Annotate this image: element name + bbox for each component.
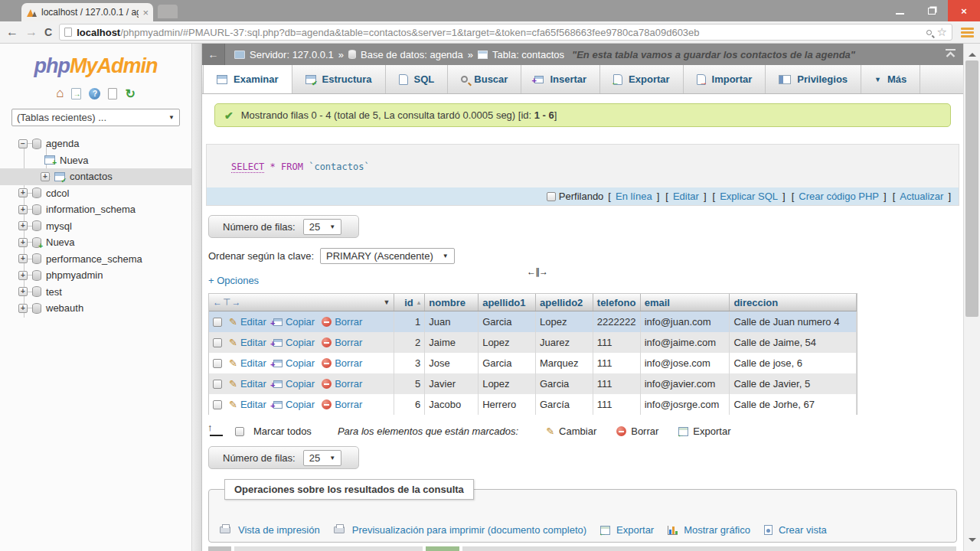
bookmark-star-icon[interactable]: ☆ xyxy=(937,25,947,39)
refresh-icon[interactable]: ↻ xyxy=(125,88,135,99)
maximize-button[interactable] xyxy=(916,0,948,21)
expand-icon[interactable]: + xyxy=(18,205,28,214)
tab-privilegios[interactable]: Privilegios xyxy=(766,65,861,93)
panel-resizer[interactable] xyxy=(191,44,202,551)
sql-keyword[interactable]: SELECT xyxy=(231,161,264,173)
create-php-code-link[interactable]: Crear código PHP xyxy=(799,191,879,202)
expand-icon[interactable]: + xyxy=(41,172,50,181)
breadcrumb-server[interactable]: Servidor: 127.0.0.1 xyxy=(250,49,334,60)
tree-item-mysql[interactable]: + mysql xyxy=(0,218,191,235)
tree-item-new-database[interactable]: + Nueva xyxy=(0,234,191,251)
vertical-scrollbar[interactable] xyxy=(963,44,980,551)
sort-key-select[interactable]: PRIMARY (Ascendente)▼ xyxy=(320,248,455,264)
num-rows-select[interactable]: 25▼ xyxy=(303,450,341,466)
docs-icon[interactable] xyxy=(108,88,117,99)
export-link[interactable]: Exportar xyxy=(616,524,654,536)
breadcrumb-database[interactable]: Base de datos: agenda xyxy=(361,49,463,60)
options-toggle-link[interactable]: + Opciones xyxy=(208,275,259,286)
tree-item-contactos[interactable]: + contactos xyxy=(0,168,191,185)
edit-link[interactable]: ✎Editar xyxy=(229,399,266,410)
tree-item-performance-schema[interactable]: + performance_schema xyxy=(0,251,191,268)
logout-icon[interactable] xyxy=(71,88,81,99)
tab-exportar[interactable]: ← Exportar xyxy=(600,65,683,93)
reload-button[interactable]: C xyxy=(44,26,52,38)
edit-link[interactable]: ✎Editar xyxy=(229,357,266,369)
edit-link[interactable]: ✎Editar xyxy=(229,316,266,328)
tab-sql[interactable]: SQL xyxy=(386,65,449,93)
edit-link[interactable]: ✎Editar xyxy=(229,378,266,390)
scroll-down-icon[interactable] xyxy=(969,538,976,546)
home-icon[interactable]: ⌂ xyxy=(56,87,64,99)
check-all-checkbox[interactable] xyxy=(235,427,244,436)
delete-button[interactable]: Borrar xyxy=(616,425,658,437)
explain-sql-link[interactable]: Explicar SQL xyxy=(720,191,778,202)
expand-icon[interactable]: + xyxy=(18,254,28,263)
options-dropdown-icon[interactable]: ▼ xyxy=(383,298,390,306)
left-arrow-icon[interactable]: ← xyxy=(213,297,222,308)
column-header-id[interactable]: id▴ xyxy=(394,294,425,311)
phpmyadmin-logo[interactable]: phpMyAdmin xyxy=(0,44,191,78)
tree-item-test[interactable]: + test xyxy=(0,284,191,301)
display-chart-link[interactable]: Mostrar gráfico xyxy=(684,524,750,536)
new-tab-button[interactable] xyxy=(158,5,178,18)
print-view-link[interactable]: Vista de impresión xyxy=(238,524,320,536)
edit-link[interactable]: Editar xyxy=(673,191,699,202)
copy-link[interactable]: Copiar xyxy=(273,357,315,369)
tree-item-new-table[interactable]: Nueva xyxy=(0,152,191,169)
row-checkbox[interactable] xyxy=(213,380,222,389)
collapse-panel-icon[interactable] xyxy=(944,48,957,60)
inline-edit-link[interactable]: En línea xyxy=(616,191,652,202)
expand-icon[interactable]: + xyxy=(18,271,28,280)
row-checkbox[interactable] xyxy=(213,400,222,409)
column-header-apellido2[interactable]: apellido2 xyxy=(536,294,593,311)
delete-link[interactable]: Borrar xyxy=(322,378,362,390)
tab-insertar[interactable]: Insertar xyxy=(521,65,600,93)
zoom-icon[interactable] xyxy=(926,30,932,35)
column-header-email[interactable]: email xyxy=(641,294,730,311)
tree-item-webauth[interactable]: + webauth xyxy=(0,300,191,317)
copy-link[interactable]: Copiar xyxy=(273,316,315,328)
delete-link[interactable]: Borrar xyxy=(322,337,362,348)
column-header-apellido1[interactable]: apellido1 xyxy=(479,294,536,311)
delete-link[interactable]: Borrar xyxy=(322,357,362,369)
row-checkbox[interactable] xyxy=(213,338,222,347)
delete-link[interactable]: Borrar xyxy=(322,316,362,328)
breadcrumb-back-button[interactable]: ← xyxy=(202,44,225,65)
expand-icon[interactable]: + xyxy=(18,287,28,296)
right-arrow-icon[interactable]: → xyxy=(231,297,240,308)
create-view-link[interactable]: Crear vista xyxy=(779,524,827,536)
refresh-link[interactable]: Actualizar xyxy=(900,191,943,202)
scrollbar-thumb[interactable] xyxy=(965,60,978,317)
copy-link[interactable]: Copiar xyxy=(273,399,315,410)
tree-item-phpmyadmin[interactable]: + phpmyadmin xyxy=(0,267,191,284)
transpose-icon[interactable]: ⊤ xyxy=(223,297,230,308)
change-button[interactable]: ✎Cambiar xyxy=(546,425,596,437)
copy-link[interactable]: Copiar xyxy=(273,378,315,390)
expand-icon[interactable]: + xyxy=(18,304,28,313)
row-checkbox[interactable] xyxy=(213,359,222,368)
expand-icon[interactable]: + xyxy=(18,238,28,247)
column-header-direccion[interactable]: direccion xyxy=(730,294,857,311)
tree-item-cdcol[interactable]: + cdcol xyxy=(0,185,191,202)
tab-estructura[interactable]: Estructura xyxy=(292,65,386,93)
breadcrumb-table[interactable]: Tabla: contactos xyxy=(492,49,564,60)
expand-icon[interactable]: + xyxy=(18,221,28,230)
copy-link[interactable]: Copiar xyxy=(273,337,315,348)
tab-examinar[interactable]: Examinar xyxy=(203,65,292,93)
tree-item-agenda[interactable]: − agenda xyxy=(0,135,191,152)
recent-tables-select[interactable]: (Tablas recientes) ... ▼ xyxy=(11,109,180,126)
column-header-nombre[interactable]: nombre xyxy=(425,294,479,311)
export-button[interactable]: Exportar xyxy=(678,425,730,437)
forward-button[interactable]: → xyxy=(25,25,38,39)
tree-item-information-schema[interactable]: + information_schema xyxy=(0,201,191,218)
minimize-button[interactable] xyxy=(884,0,916,21)
profiling-checkbox[interactable] xyxy=(547,192,556,201)
help-icon[interactable]: ? xyxy=(89,88,100,99)
url-bar[interactable]: localhost/phpmyadmin/#PMAURL-37:sql.php?… xyxy=(59,24,952,41)
row-checkbox[interactable] xyxy=(213,318,222,327)
column-header-telefono[interactable]: telefono xyxy=(593,294,641,311)
delete-link[interactable]: Borrar xyxy=(322,399,362,410)
tab-close-icon[interactable]: × xyxy=(142,8,149,18)
tab-mas[interactable]: ▼ Más xyxy=(861,65,920,93)
expand-icon[interactable]: + xyxy=(18,188,28,197)
